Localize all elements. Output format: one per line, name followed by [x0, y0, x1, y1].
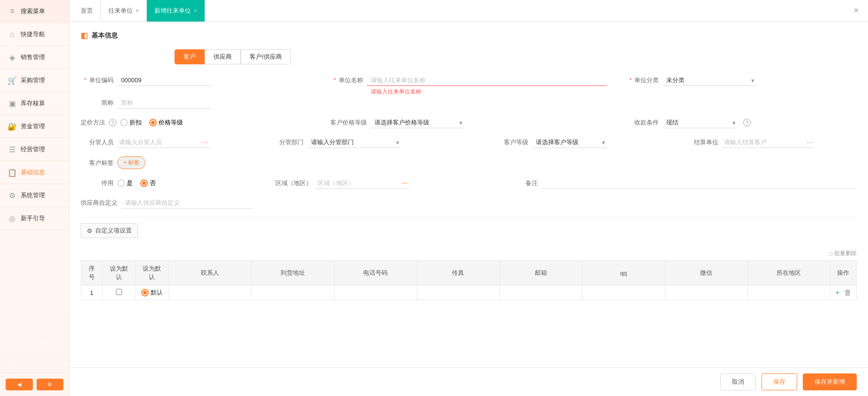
sidebar-item-quick-nav[interactable]: ⌂ 快捷导航: [0, 23, 69, 46]
custom-settings-area: ⚙ 自定义项设置: [81, 223, 857, 244]
short-name-input[interactable]: [117, 97, 211, 109]
row-action: + 🗑: [830, 286, 856, 300]
unit-type-customer[interactable]: 客户: [175, 49, 205, 64]
row-fax-input[interactable]: [422, 289, 495, 296]
settlement-unit-input[interactable]: [722, 137, 805, 148]
payment-terms-select[interactable]: 现结: [662, 117, 738, 128]
manager-input[interactable]: [117, 137, 200, 148]
sidebar-item-label: 资金管理: [21, 122, 45, 131]
unit-type-supplier[interactable]: 供应商: [205, 49, 241, 64]
radio-yes[interactable]: 是: [117, 179, 133, 187]
radio-discount[interactable]: 折扣: [120, 118, 142, 127]
radio-discount-circle: [120, 119, 128, 126]
row-address[interactable]: [251, 286, 334, 300]
tab-partners-close[interactable]: ×: [136, 8, 139, 14]
sidebar-settings-btn[interactable]: ⚙: [37, 379, 64, 390]
sidebar-expand-btn[interactable]: ◀: [6, 379, 33, 390]
pricing-help-icon[interactable]: ?: [109, 119, 116, 126]
row-contact-input[interactable]: [174, 289, 246, 296]
col-fax: 传真: [417, 261, 499, 286]
table-header-row: 序号 设为默认 设为默认 联系人 到货地址 电话号码 传真 邮箱 qq 微信 所…: [81, 261, 857, 286]
basic-info-icon: 📋: [8, 168, 17, 177]
sidebar-item-label: 采购管理: [21, 76, 45, 85]
supplier-custom-input[interactable]: [121, 197, 252, 209]
sidebar-item-basic-info[interactable]: 📋 基础信息: [0, 161, 69, 184]
unit-name-error: 请输入往来单位名称: [371, 88, 421, 96]
sidebar-item-label: 基础信息: [21, 168, 45, 177]
unit-name-input[interactable]: [367, 75, 607, 86]
unit-category-select[interactable]: 未分类: [662, 75, 756, 86]
customer-price-level-select[interactable]: 请选择客户价格等级: [371, 117, 464, 128]
tab-new-partner-close[interactable]: ×: [194, 8, 197, 14]
row-checkbox-input[interactable]: [116, 289, 122, 295]
cancel-button[interactable]: 取消: [720, 373, 756, 390]
tab-new-partner[interactable]: 新增往来单位 ×: [147, 0, 205, 22]
payment-terms-select-wrap: 现结: [662, 117, 738, 128]
row-fax[interactable]: [417, 286, 499, 300]
row-email-input[interactable]: [504, 289, 577, 296]
row-checkbox[interactable]: [102, 286, 135, 300]
department-select[interactable]: 请输入分管部门: [307, 137, 401, 148]
required-star2: *: [334, 77, 336, 84]
batch-delete[interactable]: □ 批量删除: [81, 249, 857, 257]
row-pricing: 定价方法 ? 折扣 价格等级: [81, 117, 857, 128]
sidebar-item-guide[interactable]: ◎ 新手引导: [0, 207, 69, 230]
settlement-unit-more-btn[interactable]: ···: [805, 138, 815, 147]
row-qq-input[interactable]: [587, 289, 660, 296]
row-phone[interactable]: [334, 286, 417, 300]
tab-home[interactable]: 首页: [73, 0, 101, 22]
radio-price-level-circle: [149, 119, 157, 126]
manager-input-wrap: ···: [117, 137, 210, 148]
radio-no[interactable]: 否: [140, 179, 156, 187]
radio-price-level[interactable]: 价格等级: [149, 118, 183, 127]
tab-bar-close-btn[interactable]: ×: [848, 6, 864, 16]
col-wechat: 微信: [665, 261, 747, 286]
save-button[interactable]: 保存: [761, 373, 797, 390]
row-wechat-input[interactable]: [670, 289, 743, 296]
field-unit-category: * 单位分类 未分类: [626, 75, 857, 86]
col-action: 操作: [830, 261, 856, 286]
row-qq[interactable]: [582, 286, 665, 300]
sidebar-item-purchase[interactable]: 🛒 采购管理: [0, 69, 69, 92]
row-default-radio[interactable]: 默认: [140, 288, 164, 297]
field-remark: 备注: [505, 178, 857, 189]
add-tag-btn[interactable]: + 标签: [117, 156, 145, 169]
save-new-button[interactable]: 保存并新增: [803, 373, 857, 390]
unit-type-both[interactable]: 客户/供应商: [241, 49, 291, 64]
custom-settings-btn[interactable]: ⚙ 自定义项设置: [81, 223, 138, 238]
region-more-btn[interactable]: ···: [399, 179, 409, 187]
tab-partners[interactable]: 往来单位 ×: [101, 0, 147, 22]
pricing-method-label: 定价方法 ?: [81, 118, 116, 127]
field-customer-level: 客户等级 请选择客户等级: [495, 137, 667, 148]
customer-level-select[interactable]: 请选择客户等级: [532, 137, 607, 148]
sidebar-item-finance[interactable]: 🔐 资金管理: [0, 115, 69, 138]
sidebar-item-operations[interactable]: ☰ 经营管理: [0, 138, 69, 161]
region-input[interactable]: [316, 178, 400, 188]
row-wechat[interactable]: [665, 286, 747, 300]
col-phone: 电话号码: [334, 261, 417, 286]
row-email[interactable]: [500, 286, 582, 300]
sidebar-item-system[interactable]: ⚙ 系统管理: [0, 184, 69, 207]
sidebar-item-inventory[interactable]: ▣ 库存核算: [0, 92, 69, 115]
sidebar-item-search[interactable]: ≡ 搜索菜单: [0, 0, 69, 23]
row-address-input[interactable]: [256, 289, 329, 296]
row-contact[interactable]: [169, 286, 251, 300]
unit-code-input[interactable]: [117, 75, 211, 86]
row-seq: 1: [81, 286, 103, 300]
row-delete-btn[interactable]: 🗑: [844, 288, 852, 296]
row-region-input[interactable]: [753, 289, 825, 296]
manager-more-btn[interactable]: ···: [200, 138, 210, 147]
sidebar-item-label: 销售管理: [21, 53, 45, 62]
col-set-default: 设为默认: [135, 261, 168, 286]
row-region[interactable]: [747, 286, 830, 300]
remark-input[interactable]: [541, 178, 857, 189]
guide-icon: ◎: [8, 214, 17, 223]
batch-delete-label: 批量删除: [834, 249, 857, 257]
settlement-unit-label: 结算单位: [685, 138, 718, 147]
row-phone-input[interactable]: [339, 289, 412, 296]
sidebar-item-sales[interactable]: ◈ 销售管理: [0, 46, 69, 69]
payment-terms-help-icon[interactable]: ?: [743, 119, 751, 126]
customer-price-level-select-wrap: 请选择客户价格等级: [371, 117, 464, 128]
row-add-btn[interactable]: +: [835, 288, 839, 296]
region-input-wrap: ···: [316, 178, 410, 189]
